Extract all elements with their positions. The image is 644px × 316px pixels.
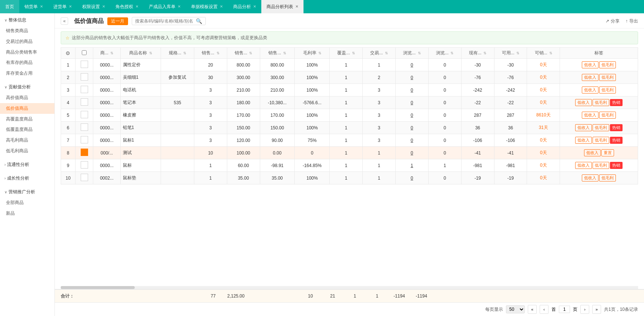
row-view1[interactable]: 0 <box>395 147 428 159</box>
close-icon[interactable]: ✕ <box>40 0 43 13</box>
row-price: 170.00 <box>227 109 260 122</box>
search-box: 🔍 <box>132 17 206 25</box>
sidebar-item-high-value[interactable]: 高价值商品 <box>0 92 54 103</box>
nav-sales[interactable]: 销货单 ✕ <box>19 0 48 13</box>
nav-purchase[interactable]: 进货单 ✕ <box>48 0 77 13</box>
row-view1[interactable]: 0 <box>395 134 428 147</box>
col-code-header: 商... ⇅ <box>93 48 120 59</box>
row-checkbox[interactable] <box>81 73 88 81</box>
view1-link[interactable]: 0 <box>411 113 413 118</box>
view1-link[interactable]: 0 <box>411 125 413 130</box>
close-icon[interactable]: ✕ <box>253 0 256 13</box>
sidebar-group-marketing[interactable]: ∨ 营销推广分析 <box>0 187 54 197</box>
row-checkbox[interactable] <box>81 86 88 93</box>
view1-link[interactable]: 0 <box>411 88 413 93</box>
sidebar-item-sales-products[interactable]: 销售类商品 <box>0 26 54 36</box>
sidebar-item-stock-products[interactable]: 有库存的商品 <box>0 57 54 68</box>
sidebar-item-all-products[interactable]: 全部商品 <box>0 197 54 208</box>
row-checkbox[interactable] <box>81 149 88 156</box>
close-icon[interactable]: ✕ <box>220 0 223 13</box>
sidebar-item-category-rate[interactable]: 商品分类销售率 <box>0 47 54 58</box>
last-page-button[interactable]: » <box>592 305 601 314</box>
next-page-button[interactable]: › <box>580 305 589 314</box>
row-trade: 3 <box>363 134 396 147</box>
row-stock2: -41 <box>494 147 527 159</box>
export-button[interactable]: ↑ 导出 <box>625 18 638 24</box>
sidebar-group-growth[interactable]: › 成长性分析 <box>0 173 54 184</box>
row-view1[interactable]: 0 <box>395 109 428 122</box>
row-tags: 低收入低毛利热销 <box>560 134 638 147</box>
scrollbar-thumb[interactable] <box>61 286 135 289</box>
filter-recent-month-button[interactable]: 近一月 <box>107 17 128 25</box>
row-checkbox[interactable] <box>81 98 88 106</box>
chevron-down-icon: ∨ <box>4 190 7 194</box>
sidebar-item-new-products[interactable]: 新品 <box>0 208 54 219</box>
info-bar: ☆ 这部分商品的销售收入大幅低于商品平均销售收入，价值不高，可考虑调整营销策略，… <box>61 31 638 44</box>
horizontal-scrollbar[interactable] <box>61 286 638 289</box>
view1-link[interactable]: 0 <box>411 138 413 143</box>
row-view1[interactable]: 0 <box>395 96 428 109</box>
sidebar-item-low-coverage[interactable]: 低覆盖度商品 <box>0 124 54 135</box>
search-icon[interactable]: 🔍 <box>196 18 202 24</box>
col-settings[interactable]: ⚙ <box>61 48 76 59</box>
row-checkbox[interactable] <box>81 123 88 131</box>
row-checkbox[interactable] <box>81 161 88 169</box>
per-page-select[interactable]: 50 100 200 <box>506 305 525 313</box>
nav-analysis[interactable]: 商品分析 ✕ <box>228 0 261 13</box>
row-view1[interactable]: 0 <box>395 172 428 184</box>
search-input[interactable] <box>135 18 194 24</box>
row-stock1: -22 <box>461 96 494 109</box>
sidebar-item-low-margin[interactable]: 低毛利商品 <box>0 146 54 156</box>
close-icon[interactable]: ✕ <box>102 0 105 13</box>
row-checkbox[interactable] <box>81 61 88 68</box>
view1-link[interactable]: 0 <box>411 176 413 181</box>
sidebar-item-traded-products[interactable]: 交易过的商品 <box>0 36 54 47</box>
sidebar-group-contribution[interactable]: ∨ 贡献值分析 <box>0 82 54 92</box>
view1-link[interactable]: 0 <box>411 150 413 156</box>
row-view1[interactable]: 0 <box>395 59 428 71</box>
sidebar-item-stock-capital[interactable]: 库存资金占用 <box>0 68 54 79</box>
select-all-checkbox[interactable] <box>82 50 87 55</box>
view1-link[interactable]: 0 <box>411 62 413 68</box>
view1-link[interactable]: 1 <box>411 163 413 168</box>
close-icon[interactable]: ✕ <box>295 0 298 13</box>
first-page-button[interactable]: « <box>528 305 537 314</box>
sidebar-group-flow[interactable]: › 流通性分析 <box>0 159 54 170</box>
footer-total-label: 合计： <box>61 293 74 299</box>
col-checkbox-all[interactable] <box>75 48 93 59</box>
nav-product-in[interactable]: 产成品入库单 ✕ <box>144 0 186 13</box>
close-icon[interactable]: ✕ <box>178 0 181 13</box>
close-icon[interactable]: ✕ <box>69 0 72 13</box>
sidebar-section-contribution: ∨ 贡献值分析 高价值商品 低价值商品 高覆盖度商品 低覆盖度商品 高毛利商品 … <box>0 80 54 158</box>
row-cover: 1 <box>330 59 363 71</box>
close-icon[interactable]: ✕ <box>135 0 138 13</box>
view1-link[interactable]: 0 <box>411 75 413 80</box>
page-number-input[interactable] <box>559 306 570 313</box>
nav-analysis-list[interactable]: 商品分析列表 ✕ <box>261 0 303 13</box>
nav-template[interactable]: 单据模板设置 ✕ <box>186 0 228 13</box>
row-view1[interactable]: 1 <box>395 159 428 172</box>
sidebar-item-high-coverage[interactable]: 高覆盖度商品 <box>0 114 54 125</box>
nav-permission[interactable]: 权限设置 ✕ <box>77 0 110 13</box>
product-tag: 低收入 <box>575 124 592 131</box>
row-checkbox[interactable] <box>81 111 88 118</box>
row-view1[interactable]: 0 <box>395 122 428 134</box>
collapse-button[interactable]: « <box>61 17 68 25</box>
table-body: 10000...属性定价20800.00800.00100%1100-30-30… <box>61 59 638 184</box>
sidebar-group-overall[interactable]: ∨ 整体信息 <box>0 15 54 26</box>
nav-home[interactable]: 首页 <box>0 0 19 13</box>
row-checkbox[interactable] <box>81 136 88 143</box>
prev-page-button[interactable]: ‹ <box>540 305 549 314</box>
col-sale-amt-header: 销售... ⇅ <box>227 48 260 59</box>
share-button[interactable]: ↗ 分享 <box>606 18 620 24</box>
sidebar-item-high-margin[interactable]: 高毛利商品 <box>0 135 54 146</box>
row-code: 0000... <box>93 96 120 109</box>
nav-role[interactable]: 角色授权 ✕ <box>110 0 144 13</box>
row-view1[interactable]: 0 <box>395 84 428 96</box>
row-number: 9 <box>61 159 76 172</box>
product-tag: 低收入 <box>584 149 601 156</box>
sidebar-item-low-value[interactable]: 低价值商品 <box>0 103 54 114</box>
row-checkbox[interactable] <box>81 174 88 181</box>
row-view1[interactable]: 0 <box>395 71 428 84</box>
view1-link[interactable]: 0 <box>411 100 413 105</box>
